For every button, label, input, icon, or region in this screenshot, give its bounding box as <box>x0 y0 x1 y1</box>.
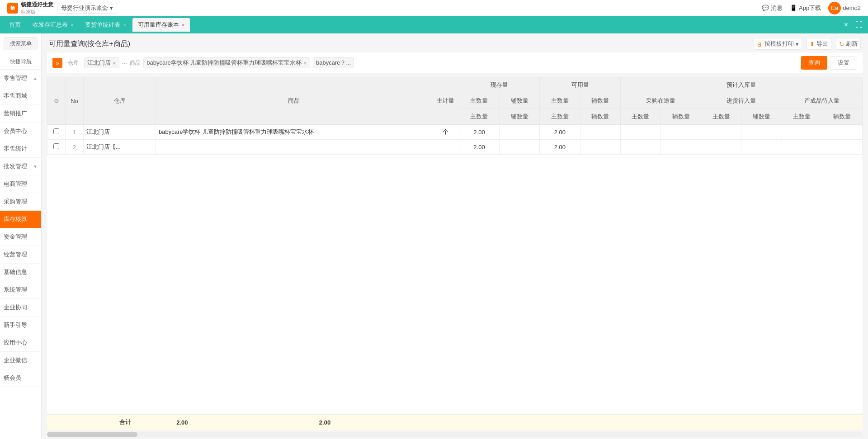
sidebar-item-vip[interactable]: 畅会员 <box>0 369 41 387</box>
sidebar-search-area: 搜索菜单 <box>0 33 41 54</box>
sidebar: 搜索菜单 快捷导航 零售管理 ▲ 零售商城 营销推广 会员中心 零售统计 批发管… <box>0 33 42 439</box>
industry-chevron-icon: ▾ <box>110 5 113 11</box>
tab-summary-close[interactable]: × <box>71 22 73 28</box>
tab-bar: 首页 收发存汇总表 × 要货单统计表 × 可用量库存账本 × × ⛶ <box>0 16 868 33</box>
sidebar-item-ecommerce[interactable]: 电商管理 <box>0 175 41 193</box>
app-download-label: App下载 <box>799 4 821 12</box>
quick-nav-btn[interactable]: 快捷导航 <box>0 54 41 70</box>
industry-select[interactable]: 母婴行业演示账套 ▾ <box>57 3 117 14</box>
footer-avail-main: 2.00 <box>289 419 361 426</box>
sidebar-item-retail-mall[interactable]: 零售商城 <box>0 87 41 105</box>
row2-inbound-main <box>701 140 741 155</box>
industry-label: 母婴行业演示账套 <box>61 4 108 12</box>
col-current-stock: 现存量 <box>459 77 539 93</box>
horizontal-scrollbar[interactable] <box>47 432 863 437</box>
table-row: 1 江北门店 babycare学饮杯 儿童防摔防撞吸管杯重力球吸嘴杯宝宝水杯 个… <box>47 125 863 140</box>
row2-product <box>156 140 432 155</box>
row2-checkbox[interactable] <box>53 143 59 149</box>
col-warehouse: 仓库 <box>84 77 156 125</box>
gear-icon[interactable]: ⚙ <box>54 98 59 104</box>
sidebar-item-app-center[interactable]: 应用中心 <box>0 334 41 352</box>
row1-product: babycare学饮杯 儿童防摔防撞吸管杯重力球吸嘴杯宝宝水杯 <box>156 125 432 140</box>
tab-expand-btn[interactable]: ⛶ <box>854 21 864 29</box>
sidebar-item-retail-mall-label: 零售商城 <box>4 92 27 100</box>
tab-close-all-btn[interactable]: × <box>842 21 850 29</box>
tab-home[interactable]: 首页 <box>4 18 26 32</box>
sidebar-item-system-mgmt[interactable]: 系统管理 <box>0 281 41 299</box>
refresh-btn[interactable]: ↻ 刷新 <box>836 38 861 50</box>
product-tag-2[interactable]: babycare？... <box>313 57 354 68</box>
setting-btn[interactable]: 设置 <box>830 56 857 70</box>
col-inbound-aux: 辅数量 <box>741 109 782 125</box>
col-inbound-pending: 进货待入量 <box>701 93 782 109</box>
sidebar-item-enterprise-wechat[interactable]: 企业微信 <box>0 352 41 369</box>
row2-no: 2 <box>66 140 84 155</box>
refresh-icon: ↻ <box>839 41 844 47</box>
print-template-btn[interactable]: 🖨 按模板打印 ▾ <box>754 38 802 50</box>
user-area[interactable]: Ea demo2 <box>828 2 861 14</box>
message-btn[interactable]: 💬 消息 <box>762 4 783 12</box>
col-product-main: 主数量 <box>782 109 822 125</box>
footer-current-aux <box>218 419 289 426</box>
sidebar-item-finance-label: 资金管理 <box>4 233 27 241</box>
app-download-btn[interactable]: 📱 App下载 <box>790 4 821 12</box>
warehouse-tag[interactable]: 江北门店 × <box>84 57 119 68</box>
sidebar-item-retail-mgmt[interactable]: 零售管理 ▲ <box>0 70 41 87</box>
col-current-main: 主数量 <box>459 93 499 109</box>
print-label: 按模板打印 <box>764 40 794 48</box>
search-menu-btn[interactable]: 搜索菜单 <box>4 37 38 50</box>
table-row: 2 江北门店【... 2.00 2.00 <box>47 140 863 155</box>
footer-product-aux <box>788 419 860 426</box>
sidebar-item-operations[interactable]: 经营管理 <box>0 246 41 264</box>
col-forecast-inbound: 预计入库量 <box>620 77 862 93</box>
sidebar-item-operations-label: 经营管理 <box>4 250 27 259</box>
sidebar-item-wholesale-mgmt[interactable]: 批发管理 ▼ <box>0 158 41 175</box>
sidebar-item-member-center-label: 会员中心 <box>4 127 27 135</box>
product-tag-1-close-icon[interactable]: × <box>303 60 307 66</box>
sidebar-item-member-center[interactable]: 会员中心 <box>0 123 41 140</box>
row1-avail-aux <box>580 125 620 140</box>
query-btn[interactable]: 查询 <box>801 56 827 70</box>
warehouse-filter-label: 仓库 <box>68 59 79 67</box>
top-bar: 畅 畅捷通好生意 标准版 母婴行业演示账套 ▾ 💬 消息 📱 App下载 Ea … <box>0 0 868 16</box>
sidebar-item-beginner[interactable]: 新手引导 <box>0 316 41 334</box>
col-avail-main: 主数量 <box>540 93 580 109</box>
sidebar-item-inventory[interactable]: 库存核算 <box>0 211 41 228</box>
warehouse-tag-close-icon[interactable]: × <box>113 60 116 66</box>
row1-product-main <box>782 125 822 140</box>
sidebar-item-enterprise-collab[interactable]: 企业协同 <box>0 299 41 316</box>
sidebar-item-finance[interactable]: 资金管理 <box>0 228 41 246</box>
filter-dots[interactable]: ··· <box>122 59 127 66</box>
export-icon: ⬆ <box>810 41 815 47</box>
settings-gear-col: ⚙ <box>47 77 66 125</box>
export-btn[interactable]: ⬆ 导出 <box>807 38 831 50</box>
edition-tag: 标准版 <box>21 9 53 15</box>
sidebar-item-enterprise-wechat-label: 企业微信 <box>4 356 27 364</box>
row2-check[interactable] <box>47 140 66 155</box>
tab-available-stock-close[interactable]: × <box>182 22 184 28</box>
footer-avail-aux <box>360 419 432 426</box>
sidebar-item-app-center-label: 应用中心 <box>4 339 27 347</box>
tab-summary[interactable]: 收发存汇总表 × <box>27 18 79 32</box>
sidebar-item-retail-stats-label: 零售统计 <box>4 145 27 153</box>
row2-avail-main: 2.00 <box>540 140 580 155</box>
footer-inbound-main <box>575 419 646 426</box>
scrollbar-thumb[interactable] <box>47 432 137 437</box>
message-icon: 💬 <box>762 5 769 11</box>
tab-available-stock[interactable]: 可用量库存账本 × <box>132 18 190 32</box>
row1-pur-aux <box>660 125 701 140</box>
tab-order-stats[interactable]: 要货单统计表 × <box>80 18 131 32</box>
row1-check[interactable] <box>47 125 66 140</box>
row1-checkbox[interactable] <box>53 128 59 134</box>
sidebar-item-purchase[interactable]: 采购管理 <box>0 193 41 211</box>
sidebar-item-retail-stats[interactable]: 零售统计 <box>0 140 41 158</box>
product-tag-1[interactable]: babycare学饮杯 儿童防摔防撞吸管杯重力球吸嘴杯宝宝水杯 × <box>143 57 310 68</box>
sidebar-item-marketing[interactable]: 营销推广 <box>0 105 41 123</box>
tab-order-stats-close[interactable]: × <box>123 22 126 28</box>
user-name: demo2 <box>843 5 861 11</box>
sidebar-item-basic-info[interactable]: 基础信息 <box>0 264 41 281</box>
sidebar-item-system-mgmt-label: 系统管理 <box>4 286 27 294</box>
filter-expand-btn[interactable]: » <box>52 58 62 68</box>
page-actions: 🖨 按模板打印 ▾ ⬆ 导出 ↻ 刷新 <box>754 38 861 50</box>
row1-pur-main <box>620 125 660 140</box>
